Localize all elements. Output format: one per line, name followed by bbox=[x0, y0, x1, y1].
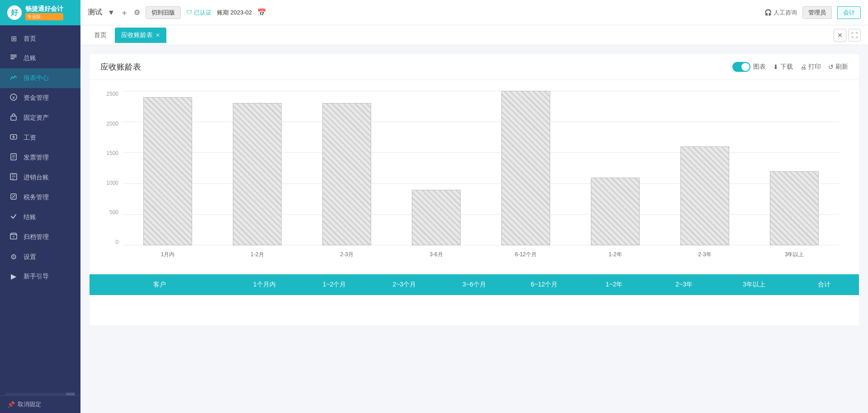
sidebar-label-ledger: 总账 bbox=[24, 54, 36, 62]
y-axis: 2500 2000 1500 1000 500 0 bbox=[100, 91, 118, 245]
sidebar-item-tax[interactable]: 税务管理 bbox=[0, 188, 80, 207]
sidebar-label-invoice: 发票管理 bbox=[24, 154, 49, 162]
tab-home[interactable]: 首页 bbox=[88, 28, 113, 43]
y-label-500: 500 bbox=[109, 209, 118, 216]
sidebar-label-tax: 税务管理 bbox=[24, 193, 49, 202]
logo-icon: 好 bbox=[7, 5, 22, 20]
x-label-2-3y: 2-3年 bbox=[660, 247, 750, 263]
archive-icon bbox=[9, 233, 18, 242]
accountant-btn[interactable]: 会计 bbox=[837, 6, 861, 19]
guide-icon: ▶ bbox=[9, 272, 18, 281]
period-label: 账期 2023-02 bbox=[217, 9, 252, 17]
chart-toggle[interactable] bbox=[732, 62, 750, 72]
home-icon: ⊞ bbox=[9, 34, 18, 43]
reports-icon bbox=[9, 74, 18, 83]
bar-1m bbox=[143, 97, 193, 245]
sidebar-label-funds: 资金管理 bbox=[24, 94, 49, 102]
sidebar-item-ledger[interactable]: 总账 bbox=[0, 48, 80, 68]
funds-icon: ¥ bbox=[9, 94, 18, 103]
sidebar-item-home[interactable]: ⊞ 首页 bbox=[0, 29, 80, 48]
sidebar-label-home: 首页 bbox=[24, 35, 36, 43]
bar-3-6m bbox=[412, 190, 461, 245]
y-label-1000: 1000 bbox=[106, 180, 118, 186]
page-title: 应收账龄表 bbox=[100, 61, 732, 72]
th-1m: 1个月内 bbox=[229, 274, 299, 295]
download-btn[interactable]: ⬇ 下载 bbox=[773, 63, 793, 71]
sidebar-item-reports[interactable]: 报表中心 bbox=[0, 68, 80, 88]
y-label-1500: 1500 bbox=[106, 150, 118, 156]
pin-icon: 📌 bbox=[7, 401, 15, 408]
admin-btn[interactable]: 管理员 bbox=[802, 6, 832, 19]
sidebar-item-guide[interactable]: ▶ 新手引导 bbox=[0, 267, 80, 286]
sidebar-item-closing[interactable]: 结账 bbox=[0, 207, 80, 227]
tab-ar-aging[interactable]: 应收账龄表 ✕ bbox=[115, 28, 166, 43]
th-2-3y: 2~3年 bbox=[649, 274, 719, 295]
company-name: 测试 bbox=[88, 8, 102, 17]
table-header: 客户 1个月内 1~2个月 2~3个月 3~6个月 6~12个月 1~2年 2~… bbox=[90, 274, 859, 295]
y-label-2000: 2000 bbox=[106, 121, 118, 127]
sidebar-label-assets: 固定资产 bbox=[24, 114, 49, 122]
sidebar-item-archive[interactable]: 归档管理 bbox=[0, 227, 80, 247]
cancel-fixed-btn[interactable]: 📌 取消固定 bbox=[0, 395, 80, 413]
bar-2-3y bbox=[680, 146, 730, 245]
x-label-2-3m: 2-3月 bbox=[302, 247, 392, 263]
calendar-icon[interactable]: 📅 bbox=[257, 8, 266, 17]
refresh-label: 刷新 bbox=[835, 63, 848, 71]
bar-group-1-2y bbox=[571, 91, 660, 245]
invoice-icon bbox=[9, 153, 18, 162]
tab-close-icon[interactable]: ✕ bbox=[156, 32, 160, 38]
headset-icon: 🎧 bbox=[764, 9, 772, 16]
sidebar-item-funds[interactable]: ¥ 资金管理 bbox=[0, 88, 80, 108]
sidebar-item-invoice[interactable]: 发票管理 bbox=[0, 148, 80, 168]
bar-1-2m bbox=[233, 103, 282, 245]
bar-group-6-12m bbox=[481, 91, 571, 245]
bar-group-2-3y bbox=[660, 91, 750, 245]
settings-btn[interactable]: ⚙ bbox=[134, 8, 140, 17]
th-1-2m: 1~2个月 bbox=[299, 274, 369, 295]
tax-icon bbox=[9, 193, 18, 202]
company-dropdown-icon[interactable]: ▼ bbox=[108, 9, 115, 17]
page-header: 应收账龄表 图表 ⬇ 下载 🖨 打印 bbox=[90, 54, 859, 80]
refresh-btn[interactable]: ↺ 刷新 bbox=[828, 63, 848, 71]
print-btn[interactable]: 🖨 打印 bbox=[800, 63, 821, 71]
add-company-btn[interactable]: ＋ bbox=[120, 7, 128, 18]
x-label-3-6m: 3-6月 bbox=[392, 247, 481, 263]
sidebar-label-settings: 设置 bbox=[24, 253, 36, 261]
refresh-icon: ↺ bbox=[828, 63, 834, 70]
assets-icon bbox=[9, 113, 18, 122]
settings-icon: ⚙ bbox=[9, 253, 18, 261]
download-label: 下载 bbox=[780, 63, 793, 71]
period-value: 2023-02 bbox=[230, 9, 252, 16]
cancel-fixed-label: 取消固定 bbox=[18, 400, 41, 408]
chart-toggle-label: 图表 bbox=[753, 63, 766, 71]
sidebar-item-payroll[interactable]: 工资 bbox=[0, 128, 80, 148]
x-axis: 1月内 1-2月 2-3月 3-6月 6-12个月 1-2年 2-3年 3年以上 bbox=[123, 247, 839, 263]
purchase-icon bbox=[9, 173, 18, 182]
payroll-icon bbox=[9, 133, 18, 142]
x-label-1m: 1月内 bbox=[123, 247, 212, 263]
x-label-6-12m: 6-12个月 bbox=[481, 247, 571, 263]
sidebar-item-purchase[interactable]: 进销台账 bbox=[0, 168, 80, 188]
sidebar-item-assets[interactable]: 固定资产 bbox=[0, 108, 80, 128]
svg-rect-2 bbox=[10, 58, 14, 59]
chart-bars bbox=[123, 91, 839, 245]
svg-rect-5 bbox=[11, 116, 16, 120]
topbar: 测试 ▼ ＋ ⚙ 切到旧版 🛡 已认证 账期 2023-02 📅 🎧 人工咨询 … bbox=[80, 0, 868, 25]
x-label-3y-plus: 3年以上 bbox=[750, 247, 839, 263]
sidebar-nav: ⊞ 首页 总账 报表中心 ¥ 资金管理 固定资产 bbox=[0, 25, 80, 393]
tab-expand-btn[interactable]: ⛶ bbox=[848, 29, 861, 42]
content-area: 应收账龄表 图表 ⬇ 下载 🖨 打印 bbox=[80, 45, 868, 413]
y-label-2500: 2500 bbox=[106, 91, 118, 97]
print-label: 打印 bbox=[808, 63, 821, 71]
sidebar-label-closing: 结账 bbox=[24, 213, 36, 221]
sidebar-label-payroll: 工资 bbox=[24, 134, 36, 142]
ledger-icon bbox=[9, 54, 18, 63]
th-3y-plus: 3年以上 bbox=[719, 274, 789, 295]
tab-close-window-btn[interactable]: ✕ bbox=[834, 29, 846, 42]
th-2-3m: 2~3个月 bbox=[369, 274, 439, 295]
bar-2-3m bbox=[322, 103, 372, 245]
consult-btn[interactable]: 🎧 人工咨询 bbox=[764, 9, 797, 17]
sidebar-item-settings[interactable]: ⚙ 设置 bbox=[0, 247, 80, 267]
bar-group-3-6m bbox=[392, 91, 481, 245]
switch-old-btn[interactable]: 切到旧版 bbox=[146, 6, 181, 19]
